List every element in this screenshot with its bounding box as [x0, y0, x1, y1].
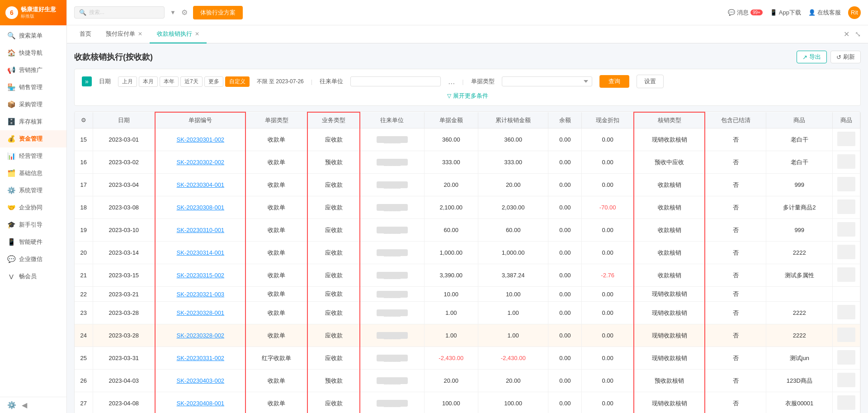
- tab-receipt-close[interactable]: ✕: [195, 31, 199, 37]
- doc-no-link[interactable]: SK-20230310-001: [177, 227, 225, 233]
- doc-no-link[interactable]: SK-20230328-001: [177, 309, 225, 316]
- cell-balance: 0.00: [548, 264, 582, 287]
- cell-date: 2023-03-28: [93, 302, 155, 324]
- sidebar-item-marketing[interactable]: 📢 营销推广: [0, 62, 66, 79]
- sidebar-item-label: 畅会员: [19, 272, 37, 280]
- cell-include-settled: 否: [705, 287, 766, 302]
- sidebar-item-system[interactable]: ⚙️ 系统管理: [0, 182, 66, 199]
- cell-goods2: [833, 174, 860, 196]
- refresh-button[interactable]: ↺ 刷新: [830, 51, 861, 63]
- sidebar-item-sales[interactable]: 🏪 销售管理: [0, 79, 66, 96]
- sidebar-item-search[interactable]: 🔍 搜索菜单: [0, 27, 66, 44]
- header-search-bar[interactable]: 🔍 搜索...: [74, 6, 165, 19]
- expand-more-row[interactable]: ▽ 展开更多条件: [82, 92, 853, 100]
- doc-no-link[interactable]: SK-20230408-001: [177, 400, 225, 407]
- doc-no-link[interactable]: SK-20230314-001: [177, 249, 225, 256]
- sidebar-item-member[interactable]: V 畅会员: [0, 268, 66, 285]
- sidebar-item-base-info[interactable]: 🗂️ 基础信息: [0, 165, 66, 182]
- cell-doc-no: SK-20230310-001: [155, 219, 245, 242]
- online-service-action[interactable]: 👤 在线客服: [808, 9, 841, 17]
- table-row: 22 2023-03-21 SK-20230321-003 收款单 应收款 ██…: [75, 287, 860, 302]
- cell-partner: ████: [360, 196, 424, 219]
- sidebar-item-finance[interactable]: 💰 资金管理: [0, 130, 66, 147]
- partner-dots-icon[interactable]: ...: [448, 77, 455, 86]
- cell-cash-discount: -70.00: [582, 196, 634, 219]
- sidebar-item-guide[interactable]: 🎓 新手引导: [0, 216, 66, 233]
- doc-no-link[interactable]: SK-20230315-002: [177, 272, 225, 279]
- marketing-icon: 📢: [7, 66, 15, 74]
- sidebar-item-purchase[interactable]: 📦 采购管理: [0, 96, 66, 113]
- filter-toggle-button[interactable]: »: [82, 76, 92, 86]
- filter-divider-2: |: [462, 78, 463, 85]
- doc-type-select[interactable]: [502, 76, 592, 86]
- message-action[interactable]: 💬 消息 99+: [728, 9, 763, 17]
- cell-include-settled: 否: [705, 324, 766, 347]
- header-dropdown-arrow[interactable]: ▼: [170, 9, 176, 16]
- tab-bar-close-icon[interactable]: ✕: [840, 30, 853, 38]
- sidebar-item-inventory[interactable]: 🗄️ 库存核算: [0, 113, 66, 130]
- cell-verify-type: 现销收款核销: [634, 324, 705, 347]
- date-more-button[interactable]: 更多: [204, 76, 223, 87]
- sidebar-item-label: 企业协同: [19, 204, 42, 212]
- user-avatar[interactable]: Rit: [848, 6, 861, 19]
- cell-amount: 1.00: [424, 324, 478, 347]
- purchase-icon: 📦: [7, 100, 15, 109]
- collapse-icon[interactable]: ◀: [22, 401, 27, 409]
- date-this-month-button[interactable]: 本月: [139, 76, 158, 87]
- settings-icon[interactable]: ⚙️: [7, 401, 16, 409]
- cell-include-settled: 否: [705, 370, 766, 392]
- base-info-icon: 🗂️: [7, 169, 15, 177]
- sidebar-item-quick-nav[interactable]: 🏠 快捷导航: [0, 44, 66, 62]
- inventory-icon: 🗄️: [7, 118, 15, 126]
- tab-receipt-label: 收款核销执行: [157, 30, 192, 38]
- cell-goods2: [833, 370, 860, 392]
- cell-goods: [766, 287, 833, 302]
- table-body: 15 2023-03-01 SK-20230301-002 收款单 应收款 ██…: [75, 128, 860, 413]
- sidebar-item-enterprise[interactable]: 🤝 企业协同: [0, 199, 66, 216]
- cell-date: 2023-04-08: [93, 392, 155, 413]
- cell-cumulative: 2,030.00: [478, 196, 548, 219]
- doc-no-link[interactable]: SK-20230302-002: [177, 159, 225, 166]
- cell-include-settled: 否: [705, 151, 766, 174]
- doc-no-link[interactable]: SK-20230331-002: [177, 355, 225, 361]
- tab-prepay-close[interactable]: ✕: [138, 31, 142, 37]
- th-verify-type: 核销类型: [634, 112, 705, 128]
- doc-no-link[interactable]: SK-20230308-001: [177, 204, 225, 211]
- th-gear[interactable]: ⚙: [75, 112, 93, 128]
- date-this-year-button[interactable]: 本年: [160, 76, 179, 87]
- sidebar-item-operation[interactable]: 📊 经营管理: [0, 147, 66, 165]
- tab-bar-expand-icon[interactable]: ⤡: [853, 30, 863, 38]
- query-button[interactable]: 查询: [599, 75, 629, 88]
- tab-receipt-verify[interactable]: 收款核销执行 ✕: [150, 25, 207, 43]
- date-last-month-button[interactable]: 上月: [118, 76, 137, 87]
- cell-doc-type: 收款单: [245, 392, 307, 413]
- industry-solution-button[interactable]: 体验行业方案: [193, 6, 243, 19]
- export-button[interactable]: ↗ 导出: [797, 51, 827, 63]
- tab-prepay-list[interactable]: 预付应付单 ✕: [99, 25, 150, 43]
- cell-cumulative: 10.00: [478, 287, 548, 302]
- doc-no-link[interactable]: SK-20230321-003: [177, 291, 225, 298]
- header-gear-icon[interactable]: ⚙: [181, 8, 188, 17]
- partner-filter-input[interactable]: [350, 76, 441, 86]
- cell-biz-type: 应收款: [307, 324, 360, 347]
- doc-no-link[interactable]: SK-20230301-002: [177, 136, 225, 143]
- sidebar-item-hardware[interactable]: 📱 智能硬件: [0, 233, 66, 251]
- doc-no-link[interactable]: SK-20230304-001: [177, 181, 225, 188]
- search-placeholder: 搜索...: [89, 9, 104, 16]
- doc-no-link[interactable]: SK-20230328-002: [177, 332, 225, 339]
- th-date: 日期: [93, 112, 155, 128]
- cell-partner: ████: [360, 242, 424, 264]
- app-download-action[interactable]: 📱 App下载: [770, 9, 801, 17]
- sidebar-item-wechat[interactable]: 💬 企业微信: [0, 251, 66, 268]
- tab-bar: 首页 预付应付单 ✕ 收款核销执行 ✕ ✕ ⤡: [67, 25, 868, 43]
- doc-no-link[interactable]: SK-20230403-002: [177, 377, 225, 384]
- cell-cash-discount: 0.00: [582, 302, 634, 324]
- cell-cash-discount: 0.00: [582, 174, 634, 196]
- date-custom-button[interactable]: 自定义: [225, 76, 250, 87]
- cell-balance: 0.00: [548, 128, 582, 151]
- tab-home[interactable]: 首页: [72, 25, 99, 43]
- date-last-7days-button[interactable]: 近7天: [180, 76, 203, 87]
- cell-no: 24: [75, 324, 93, 347]
- date-filter-label: 日期: [99, 77, 111, 85]
- filter-settings-button[interactable]: 设置: [637, 75, 664, 88]
